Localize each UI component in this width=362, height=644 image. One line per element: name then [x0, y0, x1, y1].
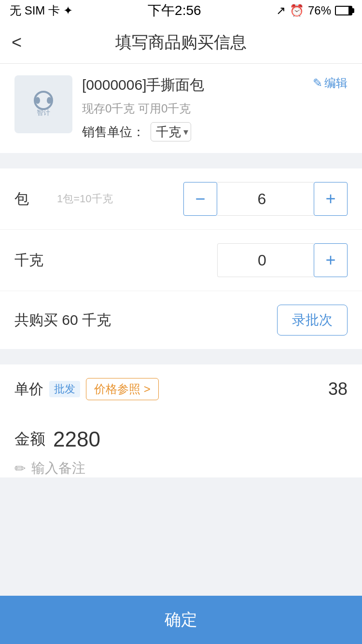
product-name: [0000006]手撕面包 — [82, 75, 348, 95]
price-ref-button[interactable]: 价格参照 > — [86, 378, 159, 400]
batch-tag: 批发 — [49, 381, 80, 397]
price-row: 单价 批发 价格参照 > 38 — [14, 378, 348, 400]
package-plus-button[interactable]: + — [314, 182, 348, 216]
confirm-label: 确定 — [165, 609, 197, 631]
nav-bar: < 填写商品购买信息 — [0, 21, 362, 64]
unit-select-wrapper[interactable]: 千克 — [151, 122, 191, 141]
price-label-row: 单价 批发 价格参照 > — [14, 378, 159, 400]
status-time: 下午2:56 — [148, 1, 201, 20]
package-quantity-input[interactable] — [217, 182, 314, 216]
battery-label: 76% — [308, 4, 331, 17]
price-value: 38 — [328, 379, 348, 399]
remark-row[interactable]: ✏ 输入备注 — [14, 459, 348, 477]
page-title: 填写商品购买信息 — [115, 31, 247, 54]
product-unit-row: 销售单位： 千克 — [82, 122, 348, 141]
price-section: 单价 批发 价格参照 > 38 — [0, 364, 362, 414]
separator-2 — [0, 357, 362, 364]
kilogram-quantity-control: + — [217, 243, 348, 277]
confirm-bar[interactable]: 确定 — [0, 596, 362, 644]
amount-row: 金额 2280 — [14, 427, 348, 451]
edit-icon: ✎ — [313, 76, 322, 90]
amount-area: 金额 2280 ✏ 输入备注 — [0, 414, 362, 477]
unit-select[interactable]: 千克 — [151, 122, 191, 141]
sim-label: 无 SIM 卡 ✦ — [10, 3, 73, 18]
price-label: 单价 — [14, 379, 43, 399]
svg-text:智计: 智计 — [37, 109, 50, 116]
unit-label: 销售单位： — [82, 124, 145, 140]
battery-icon — [335, 6, 352, 15]
location-icon: ↗ — [276, 4, 286, 17]
separator-1 — [0, 161, 362, 168]
product-info: [0000006]手撕面包 现存0千克 可用0千克 销售单位： 千克 — [82, 75, 348, 141]
kilogram-label: 千克 — [14, 251, 53, 270]
amount-label: 金额 — [14, 429, 45, 450]
svg-point-1 — [35, 97, 40, 104]
product-section: 智计 [0000006]手撕面包 现存0千克 可用0千克 销售单位： 千克 ✎ … — [0, 64, 362, 153]
status-left: 无 SIM 卡 ✦ — [10, 3, 73, 18]
remark-placeholder: 输入备注 — [31, 459, 85, 477]
kilogram-plus-button[interactable]: + — [314, 243, 348, 277]
package-label: 包 — [14, 189, 53, 209]
edit-label: 编辑 — [324, 75, 348, 91]
package-minus-button[interactable]: − — [183, 182, 217, 216]
package-hint: 1包=10千克 — [57, 192, 183, 206]
package-row: 包 1包=10千克 − + — [0, 168, 362, 230]
batch-button[interactable]: 录批次 — [277, 305, 348, 336]
amount-value: 2280 — [53, 427, 100, 451]
total-section: 共购买 60 千克 录批次 — [0, 291, 362, 349]
remark-icon: ✏ — [14, 461, 26, 476]
kilogram-quantity-input[interactable] — [217, 243, 314, 277]
input-section: 包 1包=10千克 − + 千克 + — [0, 168, 362, 291]
status-bar: 无 SIM 卡 ✦ 下午2:56 ↗ ⏰ 76% — [0, 0, 362, 21]
alarm-icon: ⏰ — [290, 4, 304, 17]
package-quantity-control: − + — [183, 182, 348, 216]
kilogram-row: 千克 + — [0, 230, 362, 291]
status-right: ↗ ⏰ 76% — [276, 4, 352, 17]
product-image: 智计 — [14, 75, 72, 133]
edit-button[interactable]: ✎ 编辑 — [313, 75, 348, 91]
back-button[interactable]: < — [12, 32, 22, 53]
product-stock: 现存0千克 可用0千克 — [82, 101, 348, 116]
total-label: 共购买 60 千克 — [14, 310, 111, 330]
svg-point-2 — [47, 97, 52, 104]
